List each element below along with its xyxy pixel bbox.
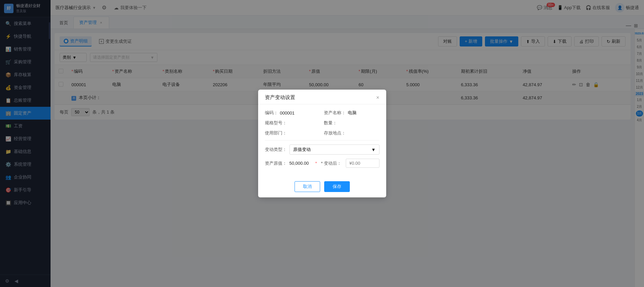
change-type-arrow: ▼ — [371, 147, 376, 152]
quantity-label: 数量： — [324, 120, 337, 126]
dialog-header: 资产变动设置 × — [258, 90, 386, 104]
cancel-button[interactable]: 取消 — [295, 181, 320, 192]
dialog-title: 资产变动设置 — [265, 94, 295, 101]
dialog-close-button[interactable]: × — [376, 95, 379, 101]
dialog-divider — [265, 140, 379, 140]
after-label: * 变动后： — [321, 160, 343, 166]
original-value: 50,000.00 — [289, 161, 313, 166]
quantity-field-group: 数量： — [324, 120, 379, 126]
location-field-group: 存放地点： — [324, 130, 379, 136]
original-label: 资产原值： — [265, 160, 287, 166]
code-value: 000001 — [280, 110, 295, 116]
code-field-group: 编码： 000001 — [265, 110, 320, 116]
code-label: 编码： — [265, 110, 278, 116]
dialog-row-1: 编码： 000001 资产名称： 电脑 — [265, 110, 379, 116]
dialog-row-3: 使用部门： 存放地点： — [265, 130, 379, 136]
change-type-row: 变动类型： 原值变动 ▼ — [265, 145, 379, 155]
location-label: 存放地点： — [324, 130, 346, 136]
dialog-body: 编码： 000001 资产名称： 电脑 规格型号： 数量： — [258, 104, 386, 177]
spec-label: 规格型号： — [265, 120, 287, 126]
spec-field-group: 规格型号： — [265, 120, 320, 126]
after-value-input[interactable] — [346, 159, 379, 168]
change-type-select[interactable]: 原值变动 ▼ — [289, 145, 379, 155]
dialog-overlay: 资产变动设置 × 编码： 000001 资产名称： 电脑 规格型号： — [0, 0, 644, 287]
dialog-row-2: 规格型号： 数量： — [265, 120, 379, 126]
name-value: 电脑 — [348, 110, 357, 116]
change-type-value: 原值变动 — [293, 147, 311, 153]
required-star: * — [315, 161, 317, 166]
asset-change-dialog: 资产变动设置 × 编码： 000001 资产名称： 电脑 规格型号： — [258, 90, 386, 197]
change-type-label: 变动类型： — [265, 147, 287, 153]
name-label: 资产名称： — [324, 110, 346, 116]
save-button[interactable]: 保存 — [324, 181, 350, 192]
value-row: 资产原值： 50,000.00 * * 变动后： — [265, 159, 379, 168]
dept-label: 使用部门： — [265, 130, 287, 136]
dept-field-group: 使用部门： — [265, 130, 320, 136]
dialog-footer: 取消 保存 — [258, 177, 386, 197]
name-field-group: 资产名称： 电脑 — [324, 110, 379, 116]
